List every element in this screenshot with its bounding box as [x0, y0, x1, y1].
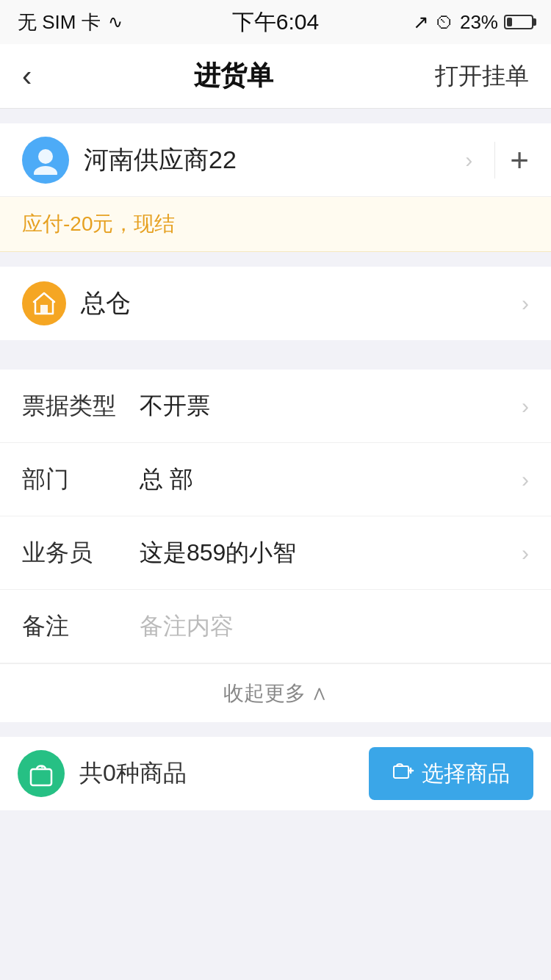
house-icon	[32, 292, 56, 315]
section-divider-1	[0, 109, 551, 123]
nav-bar: ‹ 进货单 打开挂单	[0, 44, 551, 109]
shopping-bag-icon	[28, 760, 54, 787]
collapse-row[interactable]: 收起更多 ∧	[0, 663, 551, 722]
products-icon	[18, 750, 65, 797]
battery-percent: 23%	[460, 11, 498, 34]
svg-rect-6	[394, 766, 408, 778]
department-value: 总 部	[125, 464, 522, 496]
status-right: ↗ ⏲ 23%	[413, 11, 533, 34]
svg-rect-3	[40, 305, 48, 314]
salesperson-row[interactable]: 业务员 这是859的小智 ›	[0, 516, 551, 590]
cart-plus-icon	[392, 760, 414, 782]
svg-rect-4	[31, 769, 51, 785]
notice-row: 应付-20元，现结	[0, 197, 551, 252]
carrier-text: 无 SIM 卡	[18, 10, 101, 35]
alarm-icon: ⏲	[435, 11, 454, 34]
svg-line-5	[41, 766, 43, 768]
salesperson-chevron-icon: ›	[522, 541, 529, 566]
invoice-type-value: 不开票	[125, 390, 522, 422]
supplier-section: 河南供应商22 › + 应付-20元，现结	[0, 123, 551, 252]
invoice-type-chevron-icon: ›	[522, 394, 529, 419]
warehouse-name: 总仓	[81, 287, 522, 320]
supplier-avatar	[22, 137, 69, 184]
products-row: 共0种商品 选择商品	[0, 737, 551, 810]
add-supplier-button[interactable]: +	[494, 142, 529, 179]
status-bar: 无 SIM 卡 ∿ 下午6:04 ↗ ⏲ 23%	[0, 0, 551, 44]
products-count: 共0种商品	[79, 757, 369, 790]
department-label: 部门	[22, 464, 125, 496]
warehouse-section: 总仓 ›	[0, 267, 551, 340]
salesperson-value: 这是859的小智	[125, 537, 522, 569]
remark-input[interactable]: 备注内容	[125, 610, 529, 643]
supplier-row[interactable]: 河南供应商22 › +	[0, 123, 551, 197]
invoice-type-row[interactable]: 票据类型 不开票 ›	[0, 370, 551, 443]
open-hold-button[interactable]: 打开挂单	[435, 60, 529, 93]
remark-label: 备注	[22, 610, 125, 643]
avatar-icon	[31, 145, 60, 175]
department-chevron-icon: ›	[522, 467, 529, 492]
warehouse-icon	[22, 281, 66, 325]
section-divider-3	[0, 340, 551, 355]
battery-icon	[504, 15, 533, 29]
warehouse-chevron-icon: ›	[522, 291, 529, 316]
remark-row[interactable]: 备注 备注内容	[0, 590, 551, 663]
department-row[interactable]: 部门 总 部 ›	[0, 443, 551, 516]
back-button[interactable]: ‹	[22, 60, 32, 93]
select-products-button[interactable]: 选择商品	[369, 747, 533, 800]
bottom-space	[0, 810, 551, 980]
invoice-type-label: 票据类型	[22, 390, 125, 422]
svg-point-0	[38, 149, 53, 164]
svg-point-1	[34, 166, 57, 175]
salesperson-label: 业务员	[22, 537, 125, 569]
section-divider-4	[0, 722, 551, 737]
select-products-label: 选择商品	[422, 759, 510, 789]
select-btn-icon	[392, 760, 414, 788]
page-title: 进货单	[194, 58, 273, 94]
form-section: 票据类型 不开票 › 部门 总 部 › 业务员 这是859的小智 › 备注 备注…	[0, 370, 551, 722]
warehouse-row[interactable]: 总仓 ›	[0, 267, 551, 340]
section-divider-2	[0, 252, 551, 267]
wifi-icon: ∿	[108, 12, 123, 32]
supplier-chevron-icon: ›	[465, 148, 472, 173]
status-left: 无 SIM 卡 ∿	[18, 10, 123, 35]
status-time: 下午6:04	[232, 7, 319, 37]
location-icon: ↗	[413, 11, 429, 34]
supplier-name: 河南供应商22	[84, 143, 465, 177]
collapse-label: 收起更多 ∧	[223, 680, 328, 707]
